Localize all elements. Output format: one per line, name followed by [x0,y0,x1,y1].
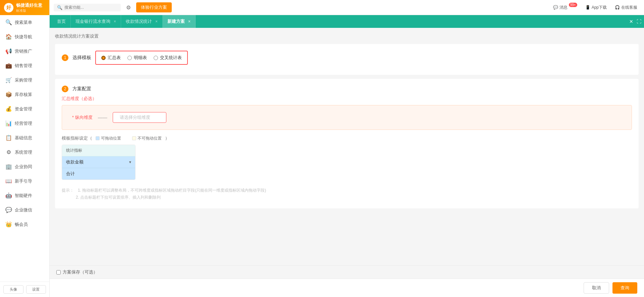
tab-home[interactable]: 首页 [52,15,71,28]
radio-detail-label: 明细表 [134,55,147,61]
sidebar-item-7[interactable]: 📊经营管理 [0,116,49,131]
sidebar-icon-8: 📋 [5,135,12,141]
sidebar-item-12[interactable]: 🤖智能硬件 [0,188,49,203]
search-bar[interactable]: 🔍 [54,4,121,11]
sidebar-item-9[interactable]: ⚙系统管理 [0,145,49,159]
industry-btn[interactable]: 体验行业方案 [136,2,172,12]
sidebar-icon-0: 🔍 [5,19,12,26]
sidebar-icon-10: 🏢 [5,163,12,170]
search-input[interactable] [64,5,115,10]
tab-receipt-stats-close[interactable]: × [155,19,158,24]
download-label: App下载 [592,5,607,10]
dim-placeholder[interactable]: 请选择分组维度 [113,112,166,123]
tab-new-plan-close[interactable]: × [188,19,191,24]
sidebar-label-3: 销售管理 [15,63,32,69]
template-radio-group: 汇总表 明细表 交叉统计表 [101,55,182,61]
tab-cash-flow-close[interactable]: × [114,19,116,24]
message-btn[interactable]: 💬 消息 99+ [550,3,580,12]
draggable-label: 可拖动位置 [101,136,121,141]
query-button[interactable]: 查询 [612,282,637,294]
sidebar-label-12: 智能硬件 [15,193,32,199]
sidebar-label-11: 新手引导 [15,178,32,184]
sidebar-item-8[interactable]: 📋基础信息 [0,131,49,145]
sidebar-item-3[interactable]: 💼销售管理 [0,58,49,73]
sidebar-icon-11: 📖 [5,178,12,184]
legend-draggable: 可拖动位置 [96,136,121,141]
sidebar-label-2: 营销推广 [15,48,32,54]
tab-new-plan-label: 新建方案 [167,18,185,24]
service-btn[interactable]: 🎧 在线客服 [612,3,640,12]
tab-receipt-stats-label: 收款情况统计 [126,18,152,24]
tab-maximize-icon[interactable]: ⛶ [637,19,641,24]
sidebar-label-0: 搜索菜单 [15,19,32,26]
sidebar-item-14[interactable]: 👑畅会员 [0,217,49,232]
sidebar-icon-4: 🛒 [5,77,12,83]
template-selection-box: 汇总表 明细表 交叉统计表 [95,51,188,65]
download-btn[interactable]: 📱 App下载 [583,3,609,12]
indicator-cell-label: 收款金额 [66,159,84,165]
indicator-label-text: 模板指标设定（ [62,135,92,141]
radio-cross-input[interactable] [154,56,158,60]
service-label: 在线客服 [621,5,637,10]
save-option[interactable]: 方案保存（可选） [56,269,98,275]
tab-receipt-stats[interactable]: 收款情况统计 × [121,15,163,28]
tab-close-all-icon[interactable]: ✕ [629,19,633,24]
radio-summary[interactable]: 汇总表 [101,55,121,61]
tab-bar: 首页 现金银行流水查询 × 收款情况统计 × 新建方案 × ✕ ⛶ [50,15,644,28]
sidebar-item-10[interactable]: 🏢企业协同 [0,159,49,174]
dimension-area: * 纵向维度 —— 请选择分组维度 [62,105,632,130]
tip-2: 2. 点击标题栏下拉可设置排序、插入列和删除列 [62,195,632,200]
radio-detail[interactable]: 明细表 [127,55,147,61]
sidebar-icon-1: 🏠 [5,34,12,40]
main-content: 🔍 ⚙ 体验行业方案 💬 消息 99+ 📱 App下载 🎧 在线客服 首页 [50,0,644,297]
sidebar-bottom: 头像 设置 [0,282,49,297]
tab-new-plan[interactable]: 新建方案 × [163,15,196,28]
tips-area: 提示： 1. 拖动标题栏可以调整布局，不可跨维度或指标区域拖动栏目字段(只能在同… [62,188,632,200]
tab-cash-flow[interactable]: 现金银行流水查询 × [71,15,121,28]
sidebar-label-5: 库存核算 [15,92,32,98]
gear-icon[interactable]: ⚙ [126,4,131,11]
sidebar-item-11[interactable]: 📖新手引导 [0,174,49,188]
sidebar-item-0[interactable]: 🔍搜索菜单 [0,15,49,30]
indicator-close-paren: ） [165,135,169,141]
sidebar-icon-14: 👑 [5,221,12,228]
step2-label: 方案配置 [72,86,91,92]
radio-summary-input[interactable] [101,56,106,60]
sidebar-item-6[interactable]: 💰资金管理 [0,102,49,116]
draggable-dot [96,136,100,140]
sidebar-label-8: 基础信息 [15,135,32,141]
sidebar-item-13[interactable]: 💬企业微信 [0,203,49,217]
page-content: 收款情况统计方案设置 1 选择模板 汇总表 明细表 [50,28,644,265]
sidebar-item-5[interactable]: 📦库存核算 [0,87,49,102]
cancel-button[interactable]: 取消 [584,282,609,294]
indicator-settings-label: 模板指标设定（ 可拖动位置 不可拖动位置 ） [62,135,632,141]
logo-icon: 好 [4,3,13,12]
radio-detail-input[interactable] [127,56,132,60]
indicator-legend-sep [124,135,129,141]
bottom-bar: 方案保存（可选） [50,265,644,279]
dim-arrow: —— [98,115,107,120]
indicator-dropdown-icon[interactable]: ▾ [129,160,131,164]
step1-row: 1 选择模板 汇总表 明细表 交叉统计表 [62,51,632,65]
tip-1: 提示： 1. 拖动标题栏可以调整布局，不可跨维度或指标区域拖动栏目字段(只能在同… [62,188,632,193]
sidebar-label-9: 系统管理 [15,149,32,155]
sidebar-bottom-btn-1[interactable]: 头像 [3,285,23,294]
sidebar-icon-3: 💼 [5,62,12,69]
indicator-table-footer: 合计 [62,168,135,180]
sidebar-label-4: 采购管理 [15,77,32,83]
message-icon: 💬 [553,5,558,10]
app-edition: 标准版 [16,8,42,13]
step2-row: 2 方案配置 [62,86,632,92]
sidebar-bottom-btn-2[interactable]: 设置 [26,285,46,294]
page-title: 收款情况统计方案设置 [55,33,639,39]
sidebar-item-2[interactable]: 📢营销推广 [0,44,49,58]
radio-cross[interactable]: 交叉统计表 [154,55,182,61]
sidebar-icon-12: 🤖 [5,192,12,199]
sidebar-item-4[interactable]: 🛒采购管理 [0,73,49,87]
sidebar-icon-2: 📢 [5,48,12,54]
indicator-table-cell[interactable]: 收款金额 ▾ [62,156,135,168]
dim-row-label: * 纵向维度 [72,114,93,120]
sidebar-item-1[interactable]: 🏠快捷导航 [0,30,49,44]
tab-actions: ✕ ⛶ [629,19,641,24]
save-checkbox[interactable] [56,270,61,275]
